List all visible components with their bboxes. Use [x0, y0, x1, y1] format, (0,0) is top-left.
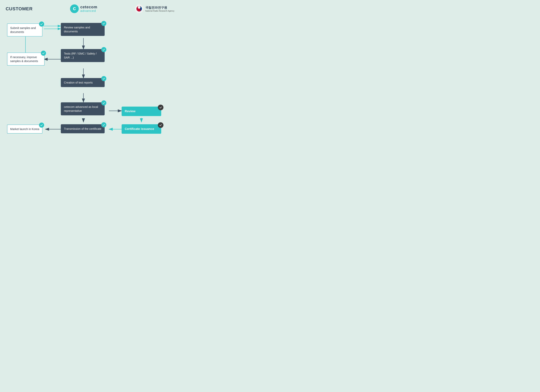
cetecom-logo: c cetecom advanced — [70, 4, 97, 13]
market-box: Market launch in Korea — [7, 124, 42, 134]
page-header: CUSTOMER c cetecom advanced 국립전파연구원 Nati… — [6, 4, 174, 13]
review-nrra-box: Review — [122, 107, 161, 116]
nrra-text: 국립전파연구원 National Radio Research Agency — [145, 5, 174, 12]
representative-box: cetecom advanced as local representative — [61, 102, 105, 115]
cetecom-logo-icon: c — [70, 4, 79, 13]
review-box: Review samples and documents — [61, 23, 105, 36]
nrra-logo-icon — [135, 4, 144, 13]
transmission-check — [101, 122, 106, 127]
transmission-box: Transmission of the certificate — [61, 124, 105, 133]
review-nrra-check — [158, 105, 164, 110]
customer-label: CUSTOMER — [6, 6, 33, 11]
certificate-check — [158, 122, 164, 128]
tests-box: Tests (RF / EMC / Safety / SAR ...) — [61, 49, 105, 62]
creation-box: Creation of test reports — [61, 78, 105, 87]
representative-check — [101, 100, 106, 105]
creation-check — [101, 76, 106, 81]
submit-check — [39, 21, 44, 27]
market-check — [39, 123, 44, 128]
cetecom-logo-text: cetecom advanced — [80, 5, 97, 13]
review-check — [101, 21, 106, 26]
submit-box: Submit samples and documents — [7, 24, 42, 36]
tests-check — [101, 47, 106, 52]
svg-text:c: c — [73, 5, 76, 11]
improve-check — [41, 51, 46, 56]
flow-diagram: Submit samples and documents Review samp… — [6, 18, 174, 134]
certificate-box: Certificate issuance — [122, 124, 161, 134]
nrra-logo: 국립전파연구원 National Radio Research Agency — [135, 4, 174, 13]
improve-box: If necessary, improve samples & document… — [7, 53, 45, 66]
